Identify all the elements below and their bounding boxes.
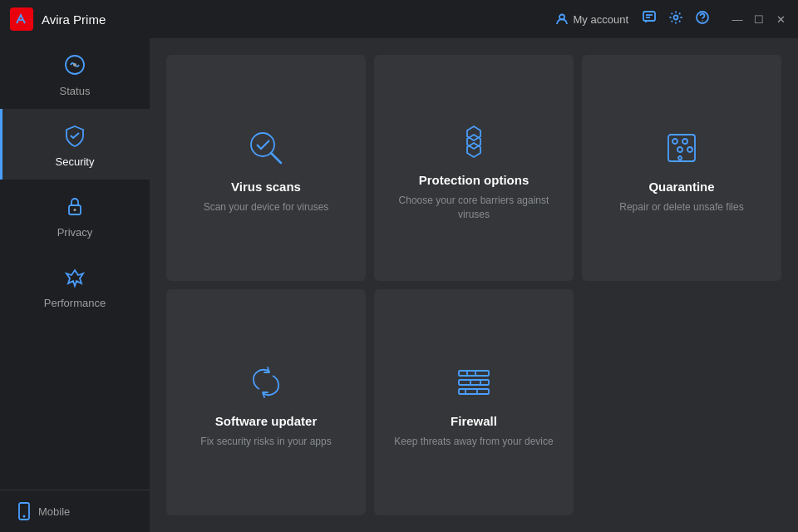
svg-line-15 [271,153,281,163]
quarantine-icon [660,126,703,170]
status-label: Status [60,85,91,97]
sidebar-item-privacy[interactable]: Privacy [0,180,150,250]
svg-point-7 [702,20,702,21]
sidebar-spacer [0,321,150,490]
svg-rect-27 [459,389,489,394]
svg-point-5 [674,16,678,20]
main-layout: Status Security Privacy [0,38,798,532]
quarantine-card[interactable]: Quarantine Repair or delete unsafe files [582,55,781,281]
security-label: Security [56,155,95,168]
status-icon [63,53,86,80]
privacy-label: Privacy [57,226,93,239]
close-button[interactable]: ✕ [773,12,788,27]
protection-options-title: Protection options [419,173,530,187]
software-updater-title: Software updater [215,414,318,428]
performance-label: Performance [44,297,106,309]
software-updater-card[interactable]: Software updater Fix security risks in y… [166,289,366,515]
mobile-label: Mobile [38,505,70,518]
svg-point-9 [73,63,76,66]
virus-scans-desc: Scan your device for viruses [204,200,329,214]
sidebar-item-performance[interactable]: Performance [0,250,150,321]
updater-icon [244,361,288,404]
firewall-card[interactable]: Firewall Keep threats away from your dev… [374,289,574,515]
svg-marker-18 [467,143,480,157]
svg-point-23 [687,147,692,152]
svg-point-24 [678,156,682,160]
settings-icon[interactable] [668,10,683,28]
privacy-icon [63,195,86,221]
protection-options-desc: Choose your core barriers against viruse… [387,194,560,222]
svg-rect-2 [643,12,655,21]
app-title: Avira Prime [42,12,106,27]
sidebar-item-status[interactable]: Status [0,38,150,109]
my-account-label: My account [574,13,628,26]
my-account-button[interactable]: My account [555,12,628,26]
firewall-title: Firewall [451,414,497,428]
window-controls: — ☐ ✕ [730,12,788,27]
svg-point-21 [682,139,687,144]
title-bar: Avira Prime My account [0,0,798,38]
svg-point-20 [672,139,677,144]
performance-icon [63,265,86,292]
sidebar-mobile-button[interactable]: Mobile [0,490,150,532]
security-icon [63,124,86,150]
svg-point-11 [74,209,76,211]
title-bar-icons [642,10,710,28]
title-bar-right: My account [555,10,788,28]
avira-logo [10,7,33,31]
virus-scans-title: Virus scans [231,180,301,194]
protection-options-card[interactable]: Protection options Choose your core barr… [374,55,574,281]
protection-icon [452,120,495,163]
quarantine-title: Quarantine [648,180,714,194]
maximize-button[interactable]: ☐ [751,12,766,27]
firewall-icon [452,361,495,404]
svg-rect-26 [459,380,489,385]
virus-scan-icon [244,126,288,170]
help-icon[interactable] [695,10,710,28]
quarantine-desc: Repair or delete unsafe files [619,200,743,214]
svg-point-22 [677,147,682,152]
svg-rect-25 [459,371,489,376]
content-area: Virus scans Scan your device for viruses… [150,38,798,532]
minimize-button[interactable]: — [730,12,745,27]
sidebar-item-security[interactable]: Security [0,109,150,180]
title-bar-left: Avira Prime [10,7,106,31]
firewall-desc: Keep threats away from your device [394,435,553,449]
software-updater-desc: Fix security risks in your apps [200,435,331,449]
chat-icon[interactable] [642,10,657,28]
virus-scans-card[interactable]: Virus scans Scan your device for viruses [166,55,366,281]
sidebar: Status Security Privacy [0,38,150,532]
